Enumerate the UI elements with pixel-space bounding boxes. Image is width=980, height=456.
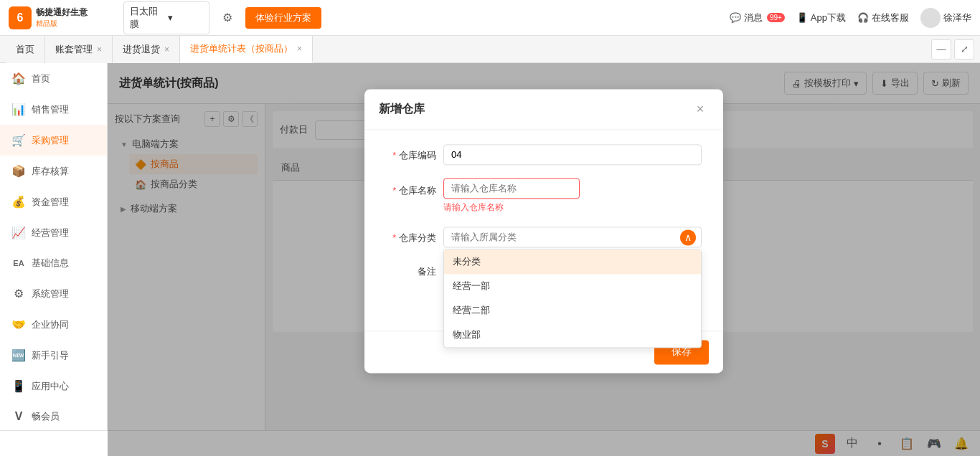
required-star-name: *: [392, 185, 396, 196]
trial-button[interactable]: 体验行业方案: [245, 7, 321, 29]
sidebar-item-apps-label: 应用中心: [32, 380, 69, 393]
dropdown-option-3[interactable]: 物业部: [444, 323, 701, 347]
sidebar-item-member[interactable]: V 畅会员: [0, 402, 107, 432]
guide-icon: 🆕: [11, 348, 26, 362]
logo-text: 畅捷通好生意: [36, 6, 88, 19]
app-download-button[interactable]: 📱 App下载: [796, 11, 846, 24]
dropdown-option-1[interactable]: 经营一部: [444, 274, 701, 298]
modal-close-button[interactable]: ×: [692, 100, 709, 118]
online-service-label: 在线客服: [872, 11, 909, 24]
warehouse-code-label: * 仓库编码: [386, 144, 443, 162]
sidebar-item-purchase-label: 采购管理: [32, 134, 69, 147]
sidebar-item-inventory[interactable]: 📦 库存核算: [0, 156, 107, 186]
modal-body: * 仓库编码 * 仓库名称: [364, 130, 723, 331]
finance-icon: 💰: [11, 195, 26, 209]
sidebar-item-apps[interactable]: 📱 应用中心: [0, 371, 107, 402]
system-icon: ⚙: [11, 287, 26, 300]
messages-badge: 99+: [767, 13, 785, 22]
new-warehouse-modal: 新增仓库 × * 仓库编码 * 仓库名称: [364, 89, 723, 373]
warehouse-name-label-text: 仓库名称: [399, 185, 436, 196]
tab-returns[interactable]: 进货退货 ×: [113, 36, 180, 63]
warehouse-category-label-text: 仓库分类: [399, 232, 436, 243]
warehouse-code-label-text: 仓库编码: [399, 150, 436, 161]
dropdown-option-2[interactable]: 经营二部: [444, 298, 701, 323]
tab-home-label: 首页: [16, 43, 34, 56]
tab-account-label: 账套管理: [55, 43, 93, 56]
online-service-button[interactable]: 🎧 在线客服: [857, 11, 909, 24]
sidebar-item-enterprise-label: 企业协同: [32, 318, 69, 331]
logo-area: 6 畅捷通好生意 精品版: [9, 6, 116, 29]
tab-account[interactable]: 账套管理 ×: [45, 36, 113, 63]
sidebar-item-member-label: 畅会员: [32, 410, 60, 423]
online-service-icon: 🎧: [857, 12, 869, 23]
tab-home[interactable]: 首页: [6, 36, 45, 63]
app-download-label: App下载: [811, 11, 846, 24]
sidebar-item-purchase[interactable]: 🛒 采购管理: [0, 125, 107, 156]
tab-returns-label: 进货退货: [123, 43, 160, 56]
tab-returns-close[interactable]: ×: [164, 44, 169, 54]
enterprise-icon: 🤝: [11, 318, 26, 331]
notes-label-text: 备注: [418, 266, 436, 277]
messages-button[interactable]: 💬 消息 99+: [730, 11, 785, 24]
top-header: 6 畅捷通好生意 精品版 日太阳膜 ▾ ⚙ 体验行业方案 💬 消息 99+ 📱 …: [0, 0, 980, 36]
basic-info-icon: EA: [11, 259, 26, 267]
modal-header: 新增仓库 ×: [364, 89, 723, 130]
dropdown-toggle-button[interactable]: ∧: [680, 229, 696, 245]
member-icon: V: [11, 410, 26, 423]
operations-icon: 📈: [11, 226, 26, 239]
tab-account-close[interactable]: ×: [97, 44, 102, 54]
warehouse-category-label: * 仓库分类: [386, 227, 443, 244]
sidebar-item-home-label: 首页: [32, 72, 50, 85]
dropdown-option-0[interactable]: 未分类: [444, 250, 701, 274]
username: 徐泽华: [943, 11, 971, 24]
tab-stats-label: 进货单统计表（按商品）: [190, 42, 293, 55]
logo-badge: 精品版: [36, 19, 88, 29]
sales-icon: 📊: [11, 103, 26, 116]
store-name: 日太阳膜: [130, 5, 165, 31]
logo-text-area: 畅捷通好生意 精品版: [36, 6, 88, 29]
sidebar-item-sales-label: 销售管理: [32, 103, 69, 116]
sidebar-item-enterprise[interactable]: 🤝 企业协同: [0, 309, 107, 340]
tab-minimize-button[interactable]: —: [931, 39, 951, 60]
sidebar-item-guide[interactable]: 🆕 新手引导: [0, 340, 107, 371]
sidebar-item-system[interactable]: ⚙ 系统管理: [0, 278, 107, 309]
warehouse-category-input[interactable]: [443, 227, 702, 247]
store-selector[interactable]: 日太阳膜 ▾: [123, 1, 209, 34]
header-gear-icon[interactable]: ⚙: [217, 7, 238, 29]
sidebar-item-operations-label: 经营管理: [32, 227, 69, 239]
warehouse-name-input[interactable]: [443, 178, 580, 199]
user-profile[interactable]: 徐泽华: [920, 8, 971, 28]
warehouse-code-input[interactable]: [443, 144, 702, 165]
sidebar-item-home[interactable]: 🏠 首页: [0, 63, 107, 94]
tab-bar: 首页 账套管理 × 进货退货 × 进货单统计表（按商品） × — ⤢: [0, 36, 980, 63]
content-area: 进货单统计(按商品) 🖨 按模板打印 ▾ ⬇ 导出 ↻ 刷新: [108, 63, 980, 456]
sidebar-item-basic-info[interactable]: EA 基础信息: [0, 248, 107, 278]
required-star: *: [392, 150, 396, 161]
form-row-code: * 仓库编码: [386, 144, 702, 165]
store-dropdown-arrow: ▾: [168, 12, 203, 23]
sidebar-item-basic-info-label: 基础信息: [32, 257, 69, 270]
app-logo-icon: 6: [9, 6, 32, 29]
home-icon: 🏠: [11, 72, 26, 85]
sidebar-item-operations[interactable]: 📈 经营管理: [0, 217, 107, 248]
warehouse-name-wrapper: [443, 178, 702, 199]
user-avatar: [920, 8, 941, 28]
tab-stats-close[interactable]: ×: [297, 44, 302, 54]
form-row-name: * 仓库名称 请输入仓库名称: [386, 178, 702, 214]
tab-maximize-button[interactable]: ⤢: [954, 39, 974, 60]
sidebar: 🏠 首页 📊 销售管理 🛒 采购管理 📦 库存核算 💰 资金管理 📈 经营管理 …: [0, 63, 108, 456]
warehouse-name-label: * 仓库名称: [386, 179, 443, 197]
header-right: 💬 消息 99+ 📱 App下载 🎧 在线客服 徐泽华: [730, 8, 971, 28]
main-layout: 🏠 首页 📊 销售管理 🛒 采购管理 📦 库存核算 💰 资金管理 📈 经营管理 …: [0, 63, 980, 456]
warehouse-category-wrapper: ∧ 未分类 经营一部 经营二部 物业部: [443, 227, 702, 247]
inventory-icon: 📦: [11, 164, 26, 178]
purchase-icon: 🛒: [11, 133, 26, 147]
messages-label: 消息: [744, 11, 763, 24]
sidebar-item-inventory-label: 库存核算: [32, 165, 69, 178]
sidebar-item-finance-label: 资金管理: [32, 196, 69, 209]
sidebar-item-sales[interactable]: 📊 销售管理: [0, 94, 107, 125]
sidebar-item-finance[interactable]: 💰 资金管理: [0, 186, 107, 217]
modal-title: 新增仓库: [379, 102, 425, 117]
tab-stats[interactable]: 进货单统计表（按商品） ×: [180, 36, 313, 63]
apps-icon: 📱: [11, 379, 26, 393]
